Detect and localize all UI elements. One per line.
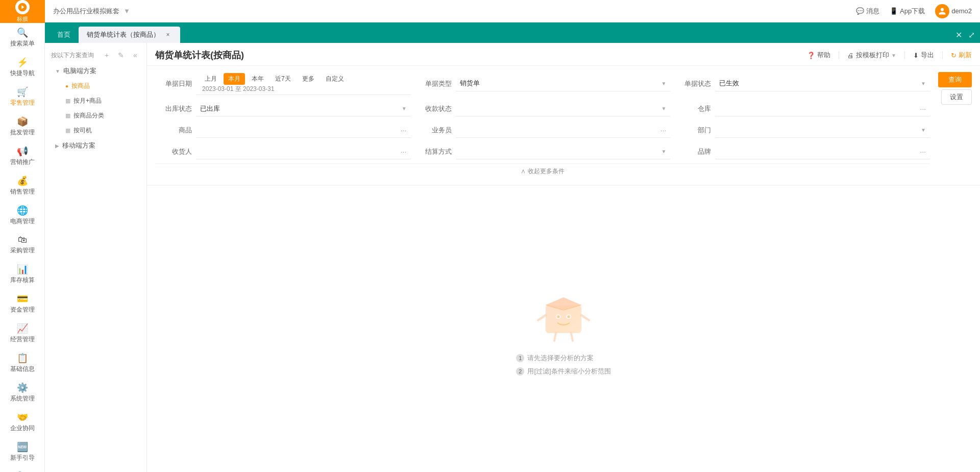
brand-dots[interactable]: ··· (920, 148, 926, 156)
last-7-btn[interactable]: 近7天 (271, 73, 296, 85)
add-scheme-btn[interactable]: + (102, 50, 112, 60)
active-indicator: ● (65, 83, 68, 89)
main-area: 办公用品行业模拟账套 ▼ 💬 消息 📱 App下载 demo2 首页 (45, 0, 980, 472)
export-btn[interactable]: ⬇ 导出 (913, 51, 934, 60)
doc-type-arrow[interactable]: ▼ (661, 81, 666, 86)
app-download-btn[interactable]: 📱 App下载 (890, 7, 925, 16)
date-group: 上月 本月 本年 近7天 更多 自定义 (200, 73, 349, 85)
doc-type-value: 销货单 (460, 79, 662, 88)
storage-control[interactable]: ··· (715, 101, 930, 116)
help-icon: ❓ (807, 52, 815, 59)
tab-home[interactable]: 首页 (49, 27, 79, 43)
sidebar-item-finance[interactable]: 💳 资金管理 (0, 289, 45, 319)
payment-arrow[interactable]: ▼ (661, 106, 666, 111)
last-month-btn[interactable]: 上月 (200, 73, 222, 85)
svg-line-9 (581, 315, 589, 320)
sidebar-item-retail[interactable]: 🛒 零售管理 (0, 82, 45, 112)
message-icon: 💬 (856, 7, 864, 15)
app-logo: 标膜 (0, 0, 45, 23)
message-btn[interactable]: 💬 消息 (856, 7, 879, 16)
tab-sales-report[interactable]: 销货单统计表（按商品） × (79, 27, 180, 43)
help-btn[interactable]: ❓ 帮助 (807, 51, 830, 60)
payment-method-arrow[interactable]: ▼ (661, 149, 666, 154)
department-control[interactable]: ▼ (715, 123, 930, 138)
print-btn[interactable]: 🖨 按模板打印 ▼ (847, 51, 896, 60)
dropdown-icon[interactable]: ▼ (124, 7, 130, 15)
edit-scheme-btn[interactable]: ✎ (116, 50, 126, 60)
more-btn[interactable]: 更多 (298, 73, 319, 85)
sidebar-item-operations[interactable]: 📈 经营管理 (0, 319, 45, 348)
recipient-control[interactable]: ··· (196, 144, 411, 159)
filter-doc-type-col: 单据类型 销货单 ▼ (415, 72, 671, 95)
salesperson-dots[interactable]: ··· (660, 126, 667, 134)
sidebar-item-system[interactable]: ⚙️ 系统管理 (0, 378, 45, 408)
salesperson-control[interactable]: ··· (456, 123, 671, 138)
logo-icon (15, 0, 30, 14)
close-window-btn[interactable]: ✕ (954, 29, 963, 41)
query-btn[interactable]: 查询 (938, 72, 972, 87)
storage-dots[interactable]: ··· (920, 105, 926, 113)
sidebar-item-search-menu[interactable]: 🔍 搜索菜单 (0, 23, 45, 53)
filter-product-col: 商品 ··· (155, 123, 411, 138)
tip-num-2: 2 (516, 367, 524, 375)
filter-row-3: 商品 ··· 业务员 ··· (155, 123, 930, 138)
divider (839, 51, 839, 59)
filter-payment-col: 收款状态 ▼ (415, 101, 671, 116)
tab-home-label: 首页 (57, 30, 70, 39)
sidebar-item-quick-nav[interactable]: ⚡ 快捷导航 (0, 53, 45, 82)
tab-close-btn[interactable]: × (164, 31, 172, 39)
sidebar-item-inventory[interactable]: 📊 库存核算 (0, 259, 45, 289)
tree-item-by-month-product[interactable]: ▦ 按月+商品 (45, 93, 146, 108)
print-icon: 🖨 (847, 52, 854, 59)
tree-item-by-category[interactable]: ▦ 按商品分类 (45, 108, 146, 123)
sidebar-item-label: 销售管理 (10, 187, 35, 196)
expand-icon: ▼ (55, 68, 60, 74)
this-month-btn[interactable]: 本月 (224, 73, 245, 85)
collapse-panel-btn[interactable]: « (130, 50, 140, 60)
product-control[interactable]: ··· (196, 123, 411, 138)
doc-type-control[interactable]: 销货单 ▼ (456, 76, 671, 91)
refresh-btn[interactable]: ↻ 刷新 (951, 51, 972, 60)
payment-label: 收款状态 (415, 104, 456, 113)
sidebar-item-ecommerce[interactable]: 🌐 电商管理 (0, 201, 45, 230)
sidebar-item-label: 经营管理 (10, 335, 35, 344)
sidebar-item-purchase[interactable]: 🛍 采购管理 (0, 230, 45, 259)
tree-item-by-cashier[interactable]: ▦ 按司机 (45, 123, 146, 138)
user-btn[interactable]: demo2 (935, 4, 972, 18)
product-dots[interactable]: ··· (401, 126, 407, 134)
svg-point-6 (557, 315, 560, 318)
payment-method-control[interactable]: ▼ (456, 144, 671, 159)
custom-btn[interactable]: 自定义 (321, 73, 349, 85)
sidebar-item-label: 库存核算 (10, 276, 35, 285)
help-label: 帮助 (817, 51, 830, 60)
warehouse-arrow[interactable]: ▼ (402, 106, 407, 111)
sidebar-item-wholesale[interactable]: 📦 批发管理 (0, 112, 45, 141)
sidebar-item-enterprise[interactable]: 🤝 企业协同 (0, 408, 45, 437)
tip-num-1: 1 (516, 354, 524, 362)
sidebar-item-guide[interactable]: 🆕 新手引导 (0, 437, 45, 467)
recipient-dots[interactable]: ··· (401, 148, 407, 156)
tree-pc-section[interactable]: ▼ 电脑端方案 (45, 63, 146, 79)
sidebar-item-sales[interactable]: 💰 销售管理 (0, 171, 45, 201)
sidebar-item-basic[interactable]: 📋 基础信息 (0, 348, 45, 378)
brand-control[interactable]: ··· (715, 144, 930, 159)
filter-brand-col: 品牌 ··· (674, 144, 930, 159)
sidebar-item-app-center[interactable]: 🔧 应用中心 (0, 467, 45, 472)
tree-mobile-section[interactable]: ▶ 移动端方案 (45, 138, 146, 153)
expand-window-btn[interactable]: ⤢ (967, 29, 976, 41)
department-arrow[interactable]: ▼ (921, 127, 926, 133)
tree-item-by-product[interactable]: ● 按商品 (45, 79, 146, 93)
sidebar-item-marketing[interactable]: 📢 营销推广 (0, 141, 45, 171)
tip-item-2: 2 用[过滤]条件来缩小分析范围 (516, 367, 610, 376)
doc-status-arrow[interactable]: ▼ (921, 81, 926, 86)
date-control[interactable]: 上月 本月 本年 近7天 更多 自定义 2023-03-01 至 2023-03… (196, 72, 411, 95)
this-year-btn[interactable]: 本年 (247, 73, 268, 85)
filter-area: 单据日期 上月 本月 本年 近7天 更多 自定义 (147, 66, 980, 185)
warehouse-control[interactable]: 已出库 ▼ (196, 101, 411, 116)
settings-btn[interactable]: 设置 (941, 89, 972, 105)
filter-salesperson-col: 业务员 ··· (415, 123, 671, 138)
collapse-more-btn[interactable]: ∧ 收起更多条件 (155, 163, 930, 179)
payment-control[interactable]: ▼ (456, 101, 671, 116)
doc-status-control[interactable]: 已生效 ▼ (715, 76, 930, 91)
ecommerce-icon: 🌐 (17, 205, 28, 216)
